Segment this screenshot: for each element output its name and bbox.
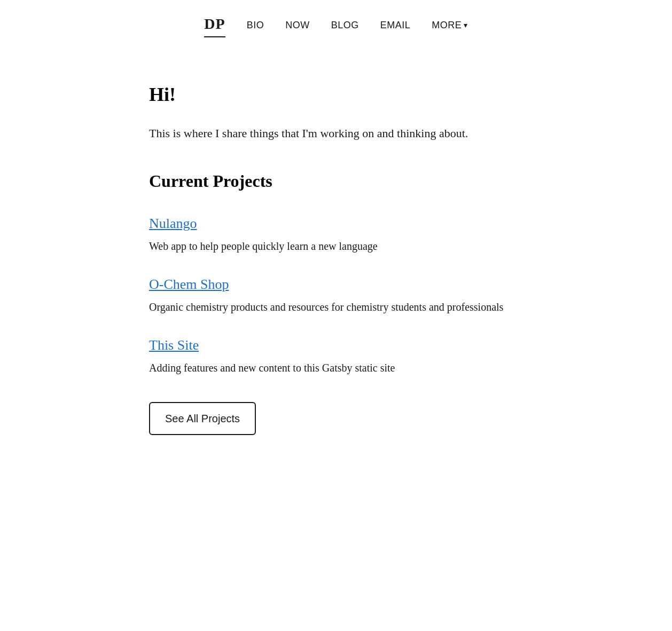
project-desc-this-site: Adding features and new content to this …	[149, 360, 523, 376]
nav-link-blog[interactable]: BLOG	[331, 18, 359, 33]
project-link-this-site[interactable]: This Site	[149, 335, 199, 356]
nav-link-email[interactable]: EMAIL	[380, 18, 411, 33]
main-nav: DP BIO NOW BLOG EMAIL MORE ▾	[0, 0, 672, 48]
project-link-ochem[interactable]: O-Chem Shop	[149, 274, 229, 295]
project-item-nulango: Nulango Web app to help people quickly l…	[149, 213, 523, 255]
greeting-heading: Hi!	[149, 80, 523, 109]
intro-paragraph: This is where I share things that I'm wo…	[149, 124, 523, 143]
nav-link-more[interactable]: MORE ▾	[432, 18, 468, 33]
nav-link-now[interactable]: NOW	[285, 18, 310, 33]
projects-section-title: Current Projects	[149, 168, 523, 194]
nav-link-bio[interactable]: BIO	[247, 18, 264, 33]
project-link-nulango[interactable]: Nulango	[149, 213, 197, 234]
project-desc-ochem: Organic chemistry products and resources…	[149, 299, 523, 316]
nav-logo[interactable]: DP	[204, 13, 225, 37]
main-content: Hi! This is where I share things that I'…	[128, 48, 544, 467]
project-item-this-site: This Site Adding features and new conten…	[149, 335, 523, 376]
nav-more-label: MORE	[432, 18, 462, 33]
chevron-down-icon: ▾	[464, 20, 468, 31]
project-item-ochem: O-Chem Shop Organic chemistry products a…	[149, 274, 523, 316]
project-desc-nulango: Web app to help people quickly learn a n…	[149, 238, 523, 255]
see-all-projects-button[interactable]: See All Projects	[149, 402, 256, 435]
project-list: Nulango Web app to help people quickly l…	[149, 213, 523, 396]
